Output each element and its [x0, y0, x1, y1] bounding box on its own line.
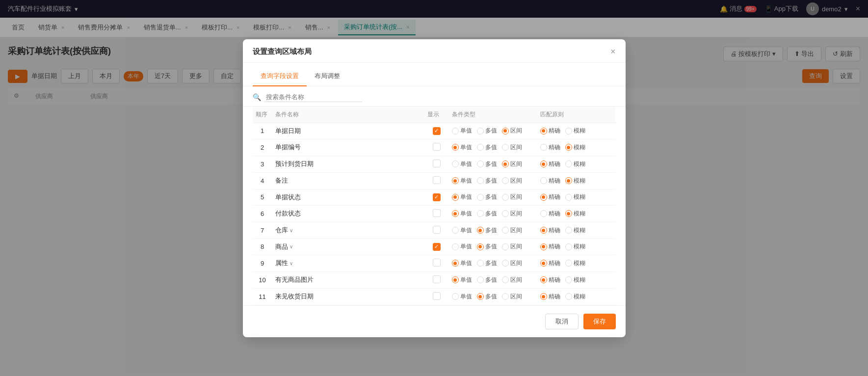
type-radio-option[interactable]: 多值: [477, 160, 497, 168]
match-radio-option[interactable]: 精确: [540, 143, 560, 152]
row-display[interactable]: [424, 189, 449, 205]
type-radio-option[interactable]: 区间: [502, 242, 522, 251]
row-display[interactable]: [424, 271, 449, 288]
type-radio-option[interactable]: 单值: [452, 143, 472, 152]
match-radio-option[interactable]: 模糊: [565, 193, 585, 201]
type-radio-option[interactable]: 多值: [477, 293, 497, 301]
match-radio-option[interactable]: 精确: [540, 276, 560, 284]
display-checkbox[interactable]: [433, 226, 441, 234]
radio-circle: [477, 276, 484, 283]
row-display[interactable]: [424, 255, 449, 271]
radio-label: 多值: [485, 226, 497, 235]
match-radio-option[interactable]: 模糊: [565, 259, 585, 268]
modal-tab-layout[interactable]: 布局调整: [307, 69, 348, 86]
match-radio-option[interactable]: 模糊: [565, 293, 585, 301]
radio-label: 模糊: [574, 143, 585, 152]
match-radio-option[interactable]: 精确: [540, 127, 560, 135]
display-checkbox[interactable]: [433, 243, 441, 251]
radio-label: 模糊: [574, 259, 585, 268]
radio-label: 区间: [510, 259, 522, 268]
display-checkbox[interactable]: [433, 275, 441, 283]
radio-label: 多值: [485, 193, 497, 201]
type-radio-option[interactable]: 多值: [477, 210, 497, 218]
row-display[interactable]: [424, 205, 449, 222]
row-display[interactable]: [424, 139, 449, 156]
display-checkbox[interactable]: [433, 209, 441, 217]
type-radio-option[interactable]: 单值: [452, 177, 472, 185]
type-radio-option[interactable]: 区间: [502, 226, 522, 235]
modal-tab-fields[interactable]: 查询字段设置: [253, 69, 307, 86]
type-radio-option[interactable]: 区间: [502, 177, 522, 185]
type-radio-option[interactable]: 多值: [477, 259, 497, 268]
type-radio-option[interactable]: 多值: [477, 193, 497, 201]
radio-label: 区间: [510, 276, 522, 284]
type-radio-option[interactable]: 区间: [502, 143, 522, 152]
type-radio-option[interactable]: 单值: [452, 210, 472, 218]
row-match: 精确模糊: [537, 255, 616, 271]
type-radio-option[interactable]: 多值: [477, 226, 497, 235]
match-radio-option[interactable]: 模糊: [565, 242, 585, 251]
cancel-button[interactable]: 取消: [545, 314, 579, 329]
display-checkbox[interactable]: [433, 127, 441, 135]
match-radio-option[interactable]: 精确: [540, 160, 560, 168]
type-radio-option[interactable]: 单值: [452, 259, 472, 268]
modal-close-button[interactable]: ×: [610, 47, 616, 56]
row-name: 单据状态: [272, 189, 424, 205]
type-radio-option[interactable]: 单值: [452, 293, 472, 301]
type-radio-option[interactable]: 单值: [452, 276, 472, 284]
type-radio-option[interactable]: 单值: [452, 127, 472, 135]
type-radio-option[interactable]: 区间: [502, 160, 522, 168]
match-radio-option[interactable]: 精确: [540, 242, 560, 251]
type-radio-option[interactable]: 多值: [477, 177, 497, 185]
table-row: 9 属性 ∨ 单值多值区间精确模糊: [253, 255, 616, 271]
type-radio-option[interactable]: 区间: [502, 127, 522, 135]
radio-label: 多值: [485, 210, 497, 218]
display-checkbox[interactable]: [433, 259, 441, 267]
type-radio-option[interactable]: 区间: [502, 210, 522, 218]
display-checkbox[interactable]: [433, 143, 441, 151]
row-display[interactable]: [424, 123, 449, 139]
match-radio-option[interactable]: 模糊: [565, 276, 585, 284]
match-radio-option[interactable]: 精确: [540, 226, 560, 235]
match-radio-option[interactable]: 精确: [540, 210, 560, 218]
display-checkbox[interactable]: [433, 160, 441, 167]
radio-circle: [540, 177, 547, 184]
type-radio-option[interactable]: 区间: [502, 276, 522, 284]
type-radio-option[interactable]: 单值: [452, 242, 472, 251]
match-radio-option[interactable]: 模糊: [565, 143, 585, 152]
match-radio-option[interactable]: 模糊: [565, 226, 585, 235]
table-row: 11来见收货日期单值多值区间精确模糊: [253, 288, 616, 305]
display-checkbox[interactable]: [433, 193, 441, 201]
row-display[interactable]: [424, 222, 449, 239]
match-radio-option[interactable]: 精确: [540, 259, 560, 268]
display-checkbox[interactable]: [433, 292, 441, 300]
match-radio-option[interactable]: 精确: [540, 177, 560, 185]
row-display[interactable]: [424, 156, 449, 172]
type-radio-option[interactable]: 多值: [477, 127, 497, 135]
radio-circle: [452, 243, 459, 250]
radio-circle: [502, 260, 509, 267]
radio-label: 单值: [460, 242, 472, 251]
type-radio-option[interactable]: 区间: [502, 193, 522, 201]
match-radio-option[interactable]: 模糊: [565, 160, 585, 168]
search-input[interactable]: [264, 92, 362, 102]
type-radio-option[interactable]: 区间: [502, 259, 522, 268]
radio-label: 模糊: [574, 226, 585, 235]
match-radio-option[interactable]: 精确: [540, 193, 560, 201]
row-display[interactable]: [424, 288, 449, 305]
type-radio-option[interactable]: 单值: [452, 160, 472, 168]
match-radio-option[interactable]: 模糊: [565, 177, 585, 185]
row-display[interactable]: [424, 172, 449, 189]
match-radio-option[interactable]: 精确: [540, 293, 560, 301]
display-checkbox[interactable]: [433, 176, 441, 184]
type-radio-option[interactable]: 多值: [477, 276, 497, 284]
row-display[interactable]: [424, 239, 449, 255]
type-radio-option[interactable]: 区间: [502, 293, 522, 301]
type-radio-option[interactable]: 多值: [477, 242, 497, 251]
save-button[interactable]: 保存: [583, 314, 616, 329]
type-radio-option[interactable]: 多值: [477, 143, 497, 152]
match-radio-option[interactable]: 模糊: [565, 127, 585, 135]
type-radio-option[interactable]: 单值: [452, 226, 472, 235]
type-radio-option[interactable]: 单值: [452, 193, 472, 201]
match-radio-option[interactable]: 模糊: [565, 210, 585, 218]
